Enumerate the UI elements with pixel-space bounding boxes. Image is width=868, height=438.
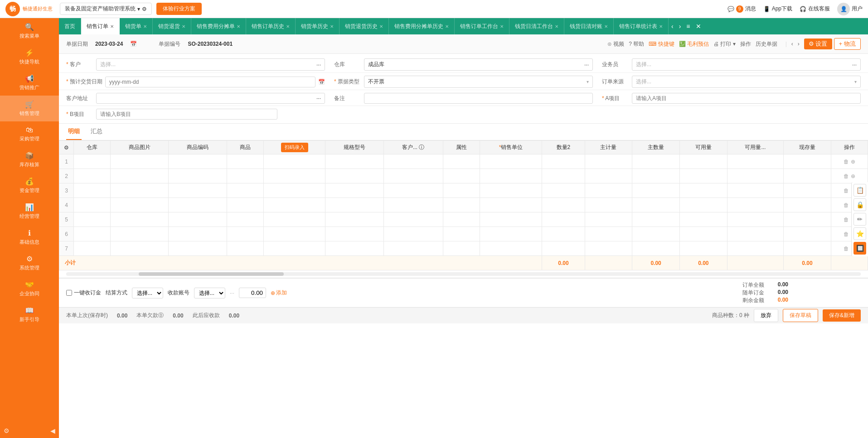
tab-invoice-history-close[interactable]: ✕ (330, 24, 334, 29)
row-1-code[interactable] (169, 154, 227, 169)
tab-cash-workbench-close[interactable]: ✕ (555, 24, 558, 29)
row-5-spec[interactable] (325, 212, 383, 227)
sidebar-item-basic[interactable]: ℹ 基础信息 (0, 224, 59, 250)
delivery-date-input[interactable] (105, 77, 315, 87)
tab-prev-btn[interactable]: ‹ (669, 23, 676, 30)
copy-row-1-icon[interactable]: ⊕ (851, 159, 855, 165)
prev-record-btn[interactable]: ‹ (791, 41, 793, 47)
scroll-thumb[interactable] (139, 272, 284, 276)
row-7-scan[interactable] (263, 241, 325, 256)
delete-row-3-icon[interactable]: 🗑 (844, 188, 849, 194)
row-2-spec[interactable] (325, 169, 383, 183)
row-6-main-qty[interactable] (632, 227, 680, 241)
tab-cash-reconcile-close[interactable]: ✕ (604, 24, 608, 29)
row-1-scan[interactable] (263, 154, 325, 169)
tab-summary[interactable]: 汇总 (89, 124, 104, 140)
row-3-spec[interactable] (325, 183, 383, 198)
tab-expense-history-close[interactable]: ✕ (445, 24, 449, 29)
tab-cash-reconcile[interactable]: 钱货日清对账 ✕ (564, 18, 614, 34)
row-3-main-qty[interactable] (632, 183, 680, 198)
row-1-stock[interactable] (784, 154, 831, 169)
tab-expense-history[interactable]: 销售费用分摊单历史 ✕ (389, 18, 455, 34)
delete-row-1-icon[interactable]: 🗑 (844, 159, 849, 165)
row-6-code[interactable] (169, 227, 227, 241)
right-float-btn-2[interactable]: 🔒 (853, 198, 866, 211)
row-1-qty2[interactable] (542, 154, 585, 169)
row-7-image[interactable] (111, 241, 169, 256)
row-6-image[interactable] (111, 227, 169, 241)
row-2-attr[interactable] (443, 169, 480, 183)
help-btn[interactable]: ? 帮助 (629, 40, 644, 48)
row-6-stock[interactable] (784, 227, 831, 241)
row-6-scan[interactable] (263, 227, 325, 241)
row-6-qty2[interactable] (542, 227, 585, 241)
row-1-image[interactable] (111, 154, 169, 169)
row-5-main-qty[interactable] (632, 212, 680, 227)
right-float-btn-4[interactable]: ⭐ (853, 227, 866, 240)
operate-btn[interactable]: 操作 (740, 40, 751, 48)
tab-return-history-close[interactable]: ✕ (379, 24, 383, 29)
tab-detail[interactable]: 明细 (66, 124, 82, 140)
gear-icon[interactable]: ⚙ (142, 6, 147, 12)
tab-sales-order-close[interactable]: ✕ (110, 24, 114, 29)
row-7-customer[interactable] (383, 241, 443, 256)
row-4-image[interactable] (111, 198, 169, 212)
tab-return-history[interactable]: 销货退货历史 ✕ (339, 18, 389, 34)
message-item[interactable]: 💬 9 消息 (727, 5, 756, 13)
tab-sales-return[interactable]: 销货退货 ✕ (153, 18, 191, 34)
tab-expense-split-close[interactable]: ✕ (237, 24, 240, 29)
row-3-attr[interactable] (443, 183, 480, 198)
row-4-spec[interactable] (325, 198, 383, 212)
tab-sales-order[interactable]: 销售订单 ✕ (81, 18, 120, 34)
tab-menu-btn[interactable]: ≡ (684, 23, 693, 30)
col-settings[interactable]: ⚙ (59, 141, 74, 154)
receipt-select[interactable]: 选择... (194, 288, 225, 298)
tab-next-btn[interactable]: › (676, 23, 684, 30)
row-5-attr[interactable] (443, 212, 480, 227)
history-btn[interactable]: 历史单据 (756, 40, 777, 48)
row-5-stock[interactable] (784, 212, 831, 227)
row-7-code[interactable] (169, 241, 227, 256)
a-project-input[interactable] (632, 93, 861, 104)
shortcuts-btn[interactable]: ⌨ 快捷键 (649, 40, 674, 48)
sidebar-item-purchase[interactable]: 🛍 采购管理 (0, 121, 59, 147)
tab-home[interactable]: 首页 (59, 18, 81, 34)
row-3-product[interactable] (227, 183, 263, 198)
row-6-unit[interactable] (480, 227, 542, 241)
row-6-customer[interactable] (383, 227, 443, 241)
row-3-qty2[interactable] (542, 183, 585, 198)
invoice-type-select[interactable]: 不开票 ▾ (364, 76, 593, 88)
row-2-available[interactable] (679, 169, 727, 183)
row-6-product[interactable] (227, 227, 263, 241)
row-4-warehouse[interactable] (74, 198, 111, 212)
row-1-main-qty[interactable] (632, 154, 680, 169)
row-4-available[interactable] (679, 198, 727, 212)
sidebar-item-guide[interactable]: 📖 新手引导 (0, 302, 59, 327)
row-5-available[interactable] (679, 212, 727, 227)
system-selector[interactable]: 装备及固定资产辅助管理系统 ▾ ⚙ (60, 3, 152, 15)
tab-sales-return-close[interactable]: ✕ (182, 24, 185, 29)
row-5-scan[interactable] (263, 212, 325, 227)
tab-order-history[interactable]: 销售订单历史 ✕ (246, 18, 296, 34)
row-1-spec[interactable] (325, 154, 383, 169)
row-3-customer[interactable] (383, 183, 443, 198)
row-4-main-unit[interactable] (585, 198, 632, 212)
address-input[interactable]: ··· (96, 93, 325, 104)
row-5-main-unit[interactable] (585, 212, 632, 227)
calendar2-icon[interactable]: 📅 (318, 79, 325, 85)
row-4-attr[interactable] (443, 198, 480, 212)
row-4-code[interactable] (169, 198, 227, 212)
settings-bottom-icon[interactable]: ⚙ (4, 427, 10, 434)
customer-select[interactable]: 选择... ··· (96, 58, 325, 71)
row-3-code[interactable] (169, 183, 227, 198)
row-2-available2[interactable] (727, 169, 784, 183)
right-float-btn-5[interactable]: 🔲 (853, 242, 866, 255)
add-button[interactable]: ⊕ 添加 (271, 289, 287, 297)
row-7-main-qty[interactable] (632, 241, 680, 256)
row-1-available2[interactable] (727, 154, 784, 169)
row-2-qty2[interactable] (542, 169, 585, 183)
collapse-icon[interactable]: ◀ (50, 427, 55, 434)
row-7-available[interactable] (679, 241, 727, 256)
delete-row-5-icon[interactable]: 🗑 (844, 217, 849, 223)
row-6-available2[interactable] (727, 227, 784, 241)
